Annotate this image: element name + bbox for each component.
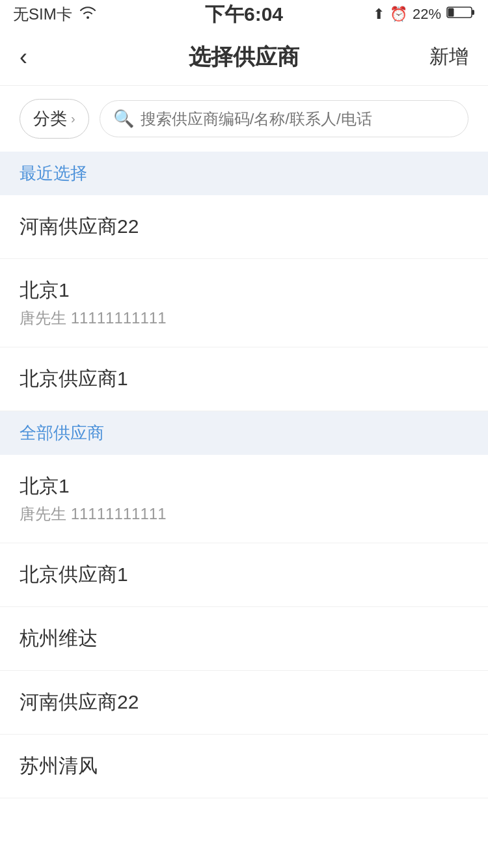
- item-name: 苏州清风: [20, 753, 468, 780]
- chevron-right-icon: ›: [71, 111, 75, 126]
- recent-section-header: 最近选择: [0, 152, 488, 195]
- alarm-icon: ⏰: [390, 6, 407, 23]
- item-name: 北京供应商1: [20, 562, 468, 588]
- list-item[interactable]: 河南供应商22: [0, 671, 488, 735]
- search-input[interactable]: [141, 110, 455, 128]
- list-item[interactable]: 北京1唐先生 11111111111: [0, 455, 488, 543]
- page-title: 选择供应商: [59, 42, 429, 72]
- nav-bar: ‹ 选择供应商 新增: [0, 29, 488, 86]
- category-button[interactable]: 分类 ›: [20, 99, 89, 139]
- new-action-button[interactable]: 新增: [429, 44, 468, 70]
- item-name: 河南供应商22: [20, 213, 468, 240]
- battery-icon: [446, 5, 475, 23]
- item-name: 杭州维达: [20, 625, 468, 652]
- status-bar: 无SIM卡 下午6:04 ⬆ ⏰ 22%: [0, 0, 488, 29]
- search-icon: 🔍: [113, 109, 134, 129]
- item-sub: 唐先生 11111111111: [20, 504, 468, 524]
- status-time: 下午6:04: [205, 1, 283, 28]
- item-name: 北京供应商1: [20, 366, 468, 392]
- all-section-header: 全部供应商: [0, 411, 488, 455]
- category-label: 分类: [33, 107, 67, 130]
- search-input-wrap: 🔍: [100, 100, 468, 137]
- item-sub: 唐先生 11111111111: [20, 308, 468, 329]
- list-item[interactable]: 苏州清风: [0, 735, 488, 798]
- list-item[interactable]: 杭州维达: [0, 607, 488, 671]
- no-sim-text: 无SIM卡: [13, 4, 72, 25]
- all-items-list: 北京1唐先生 11111111111北京供应商1杭州维达河南供应商22苏州清风: [0, 455, 488, 798]
- item-name: 北京1: [20, 473, 468, 500]
- svg-rect-1: [472, 10, 474, 15]
- battery-text: 22%: [413, 6, 441, 23]
- list-item[interactable]: 北京供应商1: [0, 347, 488, 411]
- location-icon: ⬆: [373, 6, 385, 23]
- search-bar: 分类 › 🔍: [0, 86, 488, 152]
- list-item[interactable]: 北京1唐先生 11111111111: [0, 259, 488, 347]
- back-button[interactable]: ‹: [20, 44, 59, 71]
- list-item[interactable]: 河南供应商22: [0, 195, 488, 259]
- recent-items-list: 河南供应商22北京1唐先生 11111111111北京供应商1: [0, 195, 488, 411]
- item-name: 北京1: [20, 277, 468, 304]
- svg-rect-2: [448, 8, 454, 17]
- status-right: ⬆ ⏰ 22%: [373, 5, 475, 23]
- list-item[interactable]: 北京供应商1: [0, 543, 488, 607]
- status-left: 无SIM卡: [13, 4, 97, 25]
- wifi-icon: [79, 5, 97, 23]
- item-name: 河南供应商22: [20, 689, 468, 716]
